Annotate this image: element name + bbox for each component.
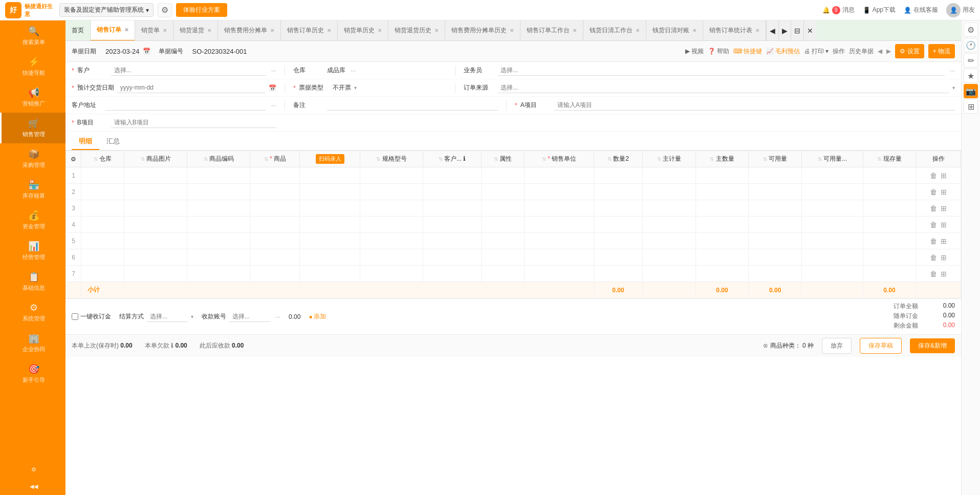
nav-next-btn[interactable]: ▶ — [886, 48, 891, 55]
row-1-main-unit[interactable] — [643, 167, 696, 184]
row-2-avail2[interactable] — [801, 184, 863, 200]
row-4-qty2[interactable] — [594, 217, 643, 233]
account-input[interactable] — [229, 311, 270, 322]
staff-dots[interactable]: ··· — [950, 67, 955, 74]
tab-order-history[interactable]: 销售订单历史 ✕ — [281, 20, 338, 41]
row-1-unit[interactable] — [525, 167, 594, 184]
th-product-image[interactable]: ⇅ 商品图片 — [124, 151, 187, 167]
row-3-stock[interactable] — [863, 200, 916, 217]
row-1-code[interactable] — [187, 167, 250, 184]
row-3-copy-btn[interactable]: ⊞ — [940, 203, 948, 213]
row-6-avail[interactable] — [749, 249, 802, 266]
tab-return-history[interactable]: 销货单历史 ✕ — [338, 20, 388, 41]
row-2-image[interactable] — [124, 184, 187, 200]
row-7-avail[interactable] — [749, 266, 802, 282]
sidebar-item-inventory[interactable]: 🏪 库存核算 — [0, 174, 66, 205]
row-6-main-unit[interactable] — [643, 249, 696, 266]
settings-gear-icon[interactable]: ⚙ — [158, 3, 172, 17]
header-settings-btn[interactable]: ⚙ 设置 — [895, 44, 924, 58]
row-1-spec[interactable] — [360, 167, 423, 184]
row-2-main-qty[interactable] — [695, 184, 749, 200]
customer-address-input[interactable] — [105, 100, 266, 111]
quick-pay-checkbox[interactable] — [72, 313, 78, 320]
row-6-image[interactable] — [124, 249, 187, 266]
row-4-product[interactable] — [250, 217, 300, 233]
row-4-warehouse[interactable] — [81, 217, 124, 233]
sidebar-item-operations[interactable]: 📊 经营管理 — [0, 235, 66, 266]
row-4-copy-btn[interactable]: ⊞ — [940, 220, 948, 230]
row-6-delete-btn[interactable]: 🗑 — [929, 252, 938, 263]
row-7-customer-code[interactable] — [423, 266, 481, 282]
tab-sales-refund[interactable]: 销货退货 ✕ — [173, 20, 218, 41]
th-current-stock[interactable]: ⇅ 现存量 — [863, 151, 916, 167]
row-7-qty2[interactable] — [594, 266, 643, 282]
row-4-main-unit[interactable] — [643, 217, 696, 233]
th-product-name[interactable]: ⇅ * 商品 — [250, 151, 300, 167]
scan-btn[interactable]: 扫码录入 — [316, 154, 344, 164]
row-2-product[interactable] — [250, 184, 300, 200]
row-6-spec[interactable] — [360, 249, 423, 266]
sidebar-item-purchase-mgmt[interactable]: 📦 采购管理 — [0, 143, 66, 174]
tab-return-history-close[interactable]: ✕ — [378, 28, 382, 33]
order-source-dropdown[interactable]: ▾ — [952, 85, 955, 91]
sidebar-item-finance[interactable]: 💰 资金管理 — [0, 205, 66, 235]
save-new-btn[interactable]: 保存&新增 — [910, 338, 955, 353]
tab-cash-reconcile[interactable]: 钱货日清对账 ✕ — [646, 20, 703, 41]
row-7-warehouse[interactable] — [81, 266, 124, 282]
sidebar-item-guide[interactable]: 🎯 新手引导 — [0, 358, 66, 389]
staff-input[interactable] — [497, 65, 945, 76]
row-5-delete-btn[interactable]: 🗑 — [929, 236, 938, 246]
row-2-copy-btn[interactable]: ⊞ — [940, 187, 948, 197]
th-attributes[interactable]: ⇅ 属性 — [481, 151, 524, 167]
row-2-qty2[interactable] — [594, 184, 643, 200]
tab-sales-return-close[interactable]: ✕ — [163, 28, 167, 33]
row-2-spec[interactable] — [360, 184, 423, 200]
row-3-main-qty[interactable] — [695, 200, 749, 217]
help-btn[interactable]: ❓ 帮助 — [708, 47, 729, 56]
row-1-customer-code[interactable] — [423, 167, 481, 184]
tab-next-btn[interactable]: ▶ — [778, 20, 791, 41]
row-5-qty2[interactable] — [594, 233, 643, 249]
row-4-avail[interactable] — [749, 217, 802, 233]
row-5-attr[interactable] — [481, 233, 524, 249]
row-5-unit[interactable] — [525, 233, 594, 249]
tab-close-all-btn[interactable]: ✕ — [803, 20, 816, 41]
row-4-delete-btn[interactable]: 🗑 — [929, 220, 938, 230]
th-available-more[interactable]: ⇅ 可用量... — [801, 151, 863, 167]
th-quantity2[interactable]: ⇅ 数量2 — [594, 151, 643, 167]
sidebar-item-search[interactable]: 🔍 搜索菜单 — [0, 20, 66, 51]
sidebar-item-enterprise[interactable]: 🏢 企业协同 — [0, 328, 66, 358]
row-5-copy-btn[interactable]: ⊞ — [940, 236, 948, 246]
sidebar-item-system-mgmt[interactable]: ⚙ 系统管理 — [0, 297, 66, 328]
tab-refund-history[interactable]: 销货退货历史 ✕ — [388, 20, 445, 41]
row-4-main-qty[interactable] — [695, 217, 749, 233]
row-7-main-unit[interactable] — [643, 266, 696, 282]
row-5-avail[interactable] — [749, 233, 802, 249]
online-support-item[interactable]: 👤 在线客服 — [904, 6, 938, 14]
order-source-input[interactable] — [497, 82, 949, 93]
invoice-dropdown-icon[interactable]: ▾ — [354, 85, 357, 91]
sidebar-settings-btn[interactable]: ⚙ — [0, 461, 66, 478]
project-a-input[interactable] — [554, 100, 955, 111]
sidebar-item-sales-mgmt[interactable]: 🛒 销售管理 — [0, 113, 66, 143]
row-3-customer-code[interactable] — [423, 200, 481, 217]
row-3-product[interactable] — [250, 200, 300, 217]
row-5-code[interactable] — [187, 233, 250, 249]
tab-workbench-close[interactable]: ✕ — [573, 28, 577, 33]
row-6-warehouse[interactable] — [81, 249, 124, 266]
add-link[interactable]: ● 添加 — [309, 312, 325, 321]
tab-sales-stats-close[interactable]: ✕ — [755, 28, 759, 33]
row-6-qty2[interactable] — [594, 249, 643, 266]
row-3-spec[interactable] — [360, 200, 423, 217]
right-scan-btn[interactable]: 📷 — [964, 84, 978, 98]
app-download-item[interactable]: 📱 App下载 — [863, 6, 896, 14]
row-3-avail2[interactable] — [801, 200, 863, 217]
row-5-main-qty[interactable] — [695, 233, 749, 249]
row-3-unit[interactable] — [525, 200, 594, 217]
tab-prev-btn[interactable]: ◀ — [766, 20, 778, 41]
user-item[interactable]: 👤 用友 — [946, 3, 975, 17]
address-dots[interactable]: ··· — [271, 102, 276, 109]
tab-sales-return[interactable]: 销货单 ✕ — [135, 20, 173, 41]
tab-workbench[interactable]: 销售订单工作台 ✕ — [520, 20, 583, 41]
tab-cash-reconcile-close[interactable]: ✕ — [692, 28, 696, 33]
